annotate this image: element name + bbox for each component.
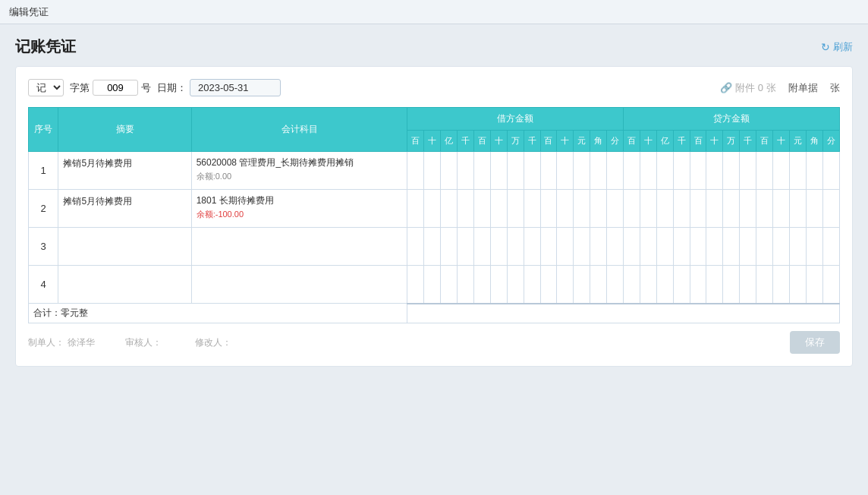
cell-credit-digit[interactable]	[740, 190, 756, 228]
cell-debit-digit[interactable]	[607, 266, 624, 304]
cell-summary[interactable]	[58, 228, 191, 266]
cell-credit-digit[interactable]	[789, 190, 806, 228]
cell-credit-digit[interactable]	[773, 228, 790, 266]
cell-debit-digit[interactable]	[441, 152, 458, 190]
cell-credit-digit[interactable]	[740, 152, 756, 190]
cell-credit-digit[interactable]	[673, 152, 690, 190]
cell-credit-digit[interactable]	[640, 228, 656, 266]
voucher-type-select[interactable]: 记	[28, 79, 64, 96]
cell-credit-digit[interactable]	[690, 190, 706, 228]
cell-debit-digit[interactable]	[407, 228, 424, 266]
cell-credit-digit[interactable]	[640, 266, 656, 304]
cell-account[interactable]: 1801 长期待摊费用余额:-100.00	[191, 190, 407, 228]
cell-debit-digit[interactable]	[507, 228, 524, 266]
cell-credit-digit[interactable]	[740, 228, 756, 266]
cell-debit-digit[interactable]	[607, 152, 624, 190]
cell-debit-digit[interactable]	[424, 228, 441, 266]
cell-debit-digit[interactable]	[540, 152, 557, 190]
cell-credit-digit[interactable]	[706, 228, 723, 266]
cell-debit-digit[interactable]	[490, 228, 507, 266]
cell-credit-digit[interactable]	[773, 266, 790, 304]
cell-debit-digit[interactable]	[540, 266, 557, 304]
cell-debit-digit[interactable]	[557, 152, 574, 190]
cell-credit-digit[interactable]	[822, 190, 839, 228]
cell-debit-digit[interactable]	[407, 152, 424, 190]
cell-debit-digit[interactable]	[574, 152, 590, 190]
cell-credit-digit[interactable]	[789, 266, 806, 304]
cell-credit-digit[interactable]	[789, 152, 806, 190]
cell-debit-digit[interactable]	[473, 190, 490, 228]
cell-credit-digit[interactable]	[690, 266, 706, 304]
cell-debit-digit[interactable]	[590, 152, 607, 190]
cell-debit-digit[interactable]	[441, 190, 458, 228]
cell-debit-digit[interactable]	[607, 228, 624, 266]
cell-debit-digit[interactable]	[507, 266, 524, 304]
cell-debit-digit[interactable]	[607, 190, 624, 228]
cell-credit-digit[interactable]	[789, 228, 806, 266]
cell-credit-digit[interactable]	[640, 190, 656, 228]
cell-credit-digit[interactable]	[822, 152, 839, 190]
attach-single-btn[interactable]: 附单据	[788, 81, 818, 95]
cell-credit-digit[interactable]	[640, 152, 656, 190]
cell-debit-digit[interactable]	[524, 190, 540, 228]
cell-debit-digit[interactable]	[590, 190, 607, 228]
cell-credit-digit[interactable]	[723, 266, 740, 304]
cell-credit-digit[interactable]	[656, 190, 673, 228]
cell-debit-digit[interactable]	[441, 266, 458, 304]
cell-credit-digit[interactable]	[806, 190, 822, 228]
save-button[interactable]: 保存	[790, 331, 840, 354]
cell-debit-digit[interactable]	[424, 152, 441, 190]
cell-credit-digit[interactable]	[624, 152, 640, 190]
cell-credit-digit[interactable]	[656, 152, 673, 190]
refresh-button[interactable]: ↻ 刷新	[821, 40, 853, 54]
cell-credit-digit[interactable]	[706, 152, 723, 190]
cell-debit-digit[interactable]	[574, 190, 590, 228]
cell-debit-digit[interactable]	[590, 228, 607, 266]
cell-debit-digit[interactable]	[590, 266, 607, 304]
cell-credit-digit[interactable]	[673, 228, 690, 266]
cell-debit-digit[interactable]	[557, 190, 574, 228]
cell-credit-digit[interactable]	[806, 228, 822, 266]
cell-debit-digit[interactable]	[507, 190, 524, 228]
cell-summary[interactable]	[58, 266, 191, 304]
cell-summary[interactable]: 摊销5月待摊费用	[58, 190, 191, 228]
cell-credit-digit[interactable]	[773, 190, 790, 228]
cell-credit-digit[interactable]	[723, 228, 740, 266]
cell-credit-digit[interactable]	[773, 152, 790, 190]
cell-credit-digit[interactable]	[624, 228, 640, 266]
cell-debit-digit[interactable]	[490, 152, 507, 190]
cell-credit-digit[interactable]	[723, 152, 740, 190]
cell-debit-digit[interactable]	[557, 266, 574, 304]
cell-summary[interactable]: 摊销5月待摊费用	[58, 152, 191, 190]
cell-debit-digit[interactable]	[458, 266, 474, 304]
cell-credit-digit[interactable]	[673, 266, 690, 304]
cell-credit-digit[interactable]	[624, 266, 640, 304]
cell-debit-digit[interactable]	[524, 152, 540, 190]
cell-credit-digit[interactable]	[756, 152, 773, 190]
cell-debit-digit[interactable]	[524, 266, 540, 304]
cell-debit-digit[interactable]	[424, 190, 441, 228]
date-input[interactable]	[190, 79, 281, 96]
cell-debit-digit[interactable]	[441, 228, 458, 266]
voucher-number-input[interactable]	[93, 80, 138, 96]
cell-account[interactable]	[191, 228, 407, 266]
cell-credit-digit[interactable]	[756, 266, 773, 304]
cell-credit-digit[interactable]	[756, 190, 773, 228]
cell-credit-digit[interactable]	[690, 228, 706, 266]
cell-debit-digit[interactable]	[490, 190, 507, 228]
cell-credit-digit[interactable]	[822, 228, 839, 266]
cell-debit-digit[interactable]	[458, 190, 474, 228]
cell-debit-digit[interactable]	[407, 190, 424, 228]
cell-credit-digit[interactable]	[656, 266, 673, 304]
cell-debit-digit[interactable]	[540, 228, 557, 266]
cell-debit-digit[interactable]	[407, 266, 424, 304]
cell-debit-digit[interactable]	[424, 266, 441, 304]
cell-debit-digit[interactable]	[490, 266, 507, 304]
cell-debit-digit[interactable]	[458, 152, 474, 190]
cell-credit-digit[interactable]	[740, 266, 756, 304]
cell-credit-digit[interactable]	[723, 190, 740, 228]
cell-debit-digit[interactable]	[473, 228, 490, 266]
cell-credit-digit[interactable]	[706, 266, 723, 304]
cell-credit-digit[interactable]	[690, 152, 706, 190]
cell-account[interactable]: 56020008 管理费用_长期待摊费用摊销余额:0.00	[191, 152, 407, 190]
